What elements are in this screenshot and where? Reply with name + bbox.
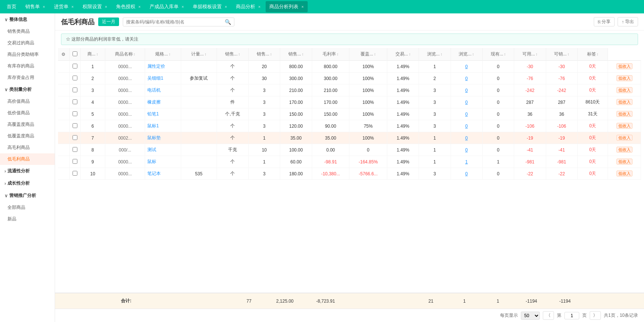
nav-product-entry[interactable]: 产成品入库单 × <box>146 1 188 12</box>
search-icon[interactable]: 🔍 <box>225 19 231 25</box>
th-sales3[interactable]: 销售...↕ <box>280 48 312 61</box>
td-browse1-2[interactable]: 0 <box>451 85 482 96</box>
sidebar-item-traded[interactable]: 交易过的商品 <box>0 37 55 49</box>
th-checkbox[interactable] <box>69 48 80 61</box>
sidebar-item-new-products[interactable]: 新品 <box>0 213 55 225</box>
nav-analysis[interactable]: 商品分析 × <box>232 1 264 12</box>
sidebar-group-overall[interactable]: ∨ 整体信息 <box>0 13 55 26</box>
th-browse1[interactable]: 浏览...↕ <box>419 48 451 61</box>
sidebar-group-category[interactable]: ∨ 类别量分析 <box>0 83 55 96</box>
share-button[interactable]: ⎘ 分享 <box>594 17 615 26</box>
sidebar-item-high-coverage[interactable]: 高覆盖度商品 <box>0 119 55 130</box>
th-tag[interactable]: 标签↕ <box>577 48 608 61</box>
nav-role-auth[interactable]: 角色授权 × <box>112 1 144 12</box>
row-checkbox-9[interactable] <box>73 171 77 176</box>
nav-template[interactable]: 单据模板设置 × <box>189 1 231 12</box>
row-checkbox-4[interactable] <box>73 111 77 116</box>
date-filter-button[interactable]: 近一月 <box>98 17 119 26</box>
select-all-checkbox[interactable] <box>73 51 77 56</box>
th-sales2[interactable]: 销售...↕ <box>249 48 280 61</box>
td-checkbox-7[interactable] <box>69 144 80 156</box>
page-input[interactable] <box>564 312 579 319</box>
nav-sales[interactable]: 销售单 × <box>22 1 49 12</box>
sidebar-item-low-value[interactable]: 低价值商品 <box>0 107 55 119</box>
th-trade[interactable]: 交易...↕ <box>387 48 419 61</box>
row-checkbox-3[interactable] <box>73 99 77 104</box>
export-button[interactable]: ↑ 导出 <box>618 17 638 26</box>
td-checkbox-0[interactable] <box>69 61 80 73</box>
nav-analysis-list[interactable]: 商品分析列表 × <box>266 1 307 12</box>
th-spec[interactable]: 规格...↕ <box>145 48 181 61</box>
sidebar-group-circulation[interactable]: › 流通性分析 <box>0 165 55 177</box>
nav-template-close[interactable]: × <box>225 4 227 9</box>
th-saleable[interactable]: 可销...↕ <box>546 48 577 61</box>
nav-role-close[interactable]: × <box>138 4 141 9</box>
td-checkbox-4[interactable] <box>69 108 80 120</box>
row-checkbox-7[interactable] <box>73 147 77 152</box>
td-name-8[interactable]: 鼠标 <box>145 156 181 168</box>
th-gross-rate[interactable]: 毛利率↕ <box>312 48 349 61</box>
th-sales1[interactable]: 销售...↕ <box>217 48 248 61</box>
row-checkbox-6[interactable] <box>73 135 77 140</box>
td-browse1-9[interactable]: 0 <box>451 168 482 180</box>
prev-page-button[interactable]: 〈 <box>543 311 554 320</box>
td-name-2[interactable]: 电话机 <box>145 85 181 96</box>
td-checkbox-6[interactable] <box>69 132 80 144</box>
td-name-9[interactable]: 笔记本 <box>145 168 181 180</box>
th-unit[interactable]: 计量...↕ <box>181 48 217 61</box>
row-checkbox-8[interactable] <box>73 159 77 164</box>
td-checkbox-3[interactable] <box>69 96 80 108</box>
sidebar-item-all-products[interactable]: 全部商品 <box>0 202 55 213</box>
td-checkbox-9[interactable] <box>69 168 80 180</box>
per-page-select[interactable]: 50 100 200 <box>521 312 540 320</box>
th-current[interactable]: 现有...↕ <box>482 48 514 61</box>
sidebar-group-growth[interactable]: › 成长性分析 <box>0 177 55 189</box>
nav-analysis-close[interactable]: × <box>258 4 260 9</box>
search-input[interactable] <box>126 19 225 25</box>
nav-permissions-close[interactable]: × <box>105 4 107 9</box>
td-name-7[interactable]: 测试 <box>145 144 181 156</box>
td-browse1-4[interactable]: 0 <box>451 108 482 120</box>
th-name[interactable]: 商品名称↕ <box>105 48 145 61</box>
nav-permissions[interactable]: 权限设置 × <box>79 1 111 12</box>
td-browse1-7[interactable]: 0 <box>451 144 482 156</box>
td-browse1-8[interactable]: 1 <box>451 156 482 168</box>
th-settings[interactable]: ⚙ <box>58 48 69 61</box>
next-page-button[interactable]: 〉 <box>590 311 601 320</box>
td-checkbox-2[interactable] <box>69 85 80 96</box>
row-checkbox-1[interactable] <box>73 76 77 80</box>
td-browse1-5[interactable]: 0 <box>451 120 482 132</box>
th-code[interactable]: 商...↕ <box>80 48 105 61</box>
td-browse1-1[interactable]: 0 <box>451 73 482 85</box>
sidebar-item-low-coverage[interactable]: 低覆盖度商品 <box>0 130 55 142</box>
td-checkbox-1[interactable] <box>69 73 80 85</box>
td-browse1-0[interactable]: 0 <box>451 61 482 73</box>
td-browse1-6[interactable]: 0 <box>451 132 482 144</box>
th-cover-rate[interactable]: 覆盖...↕ <box>349 48 387 61</box>
td-name-3[interactable]: 橡皮擦 <box>145 96 181 108</box>
nav-home[interactable]: 首页 <box>3 1 20 12</box>
td-checkbox-5[interactable] <box>69 120 80 132</box>
sidebar-item-sales-category[interactable]: 销售类商品 <box>0 26 55 37</box>
nav-analysis-list-close[interactable]: × <box>301 4 304 9</box>
sidebar-item-in-stock[interactable]: 有库存的商品 <box>0 60 55 72</box>
td-checkbox-8[interactable] <box>69 156 80 168</box>
sidebar-item-low-margin[interactable]: 低毛利商品 <box>0 153 55 165</box>
sidebar-item-capital[interactable]: 库存资金占用 <box>0 72 55 83</box>
nav-sales-close[interactable]: × <box>43 4 45 9</box>
row-checkbox-0[interactable] <box>73 64 77 68</box>
sidebar-item-category-rate[interactable]: 商品分类助销率 <box>0 49 55 60</box>
sidebar-item-high-margin[interactable]: 高毛利商品 <box>0 142 55 153</box>
th-browse2[interactable]: 浏览...↕ <box>451 48 482 61</box>
td-name-0[interactable]: 属性定价 <box>145 61 181 73</box>
td-browse1-3[interactable]: 0 <box>451 96 482 108</box>
row-checkbox-2[interactable] <box>73 87 77 92</box>
row-checkbox-5[interactable] <box>73 123 77 128</box>
nav-purchase[interactable]: 进货单 × <box>50 1 77 12</box>
nav-product-close[interactable]: × <box>182 4 184 9</box>
th-available[interactable]: 可用...↕ <box>514 48 546 61</box>
td-name-5[interactable]: 鼠标1 <box>145 120 181 132</box>
nav-purchase-close[interactable]: × <box>71 4 74 9</box>
td-name-6[interactable]: 鼠标垫 <box>145 132 181 144</box>
td-name-1[interactable]: 吴细细1 <box>145 73 181 85</box>
